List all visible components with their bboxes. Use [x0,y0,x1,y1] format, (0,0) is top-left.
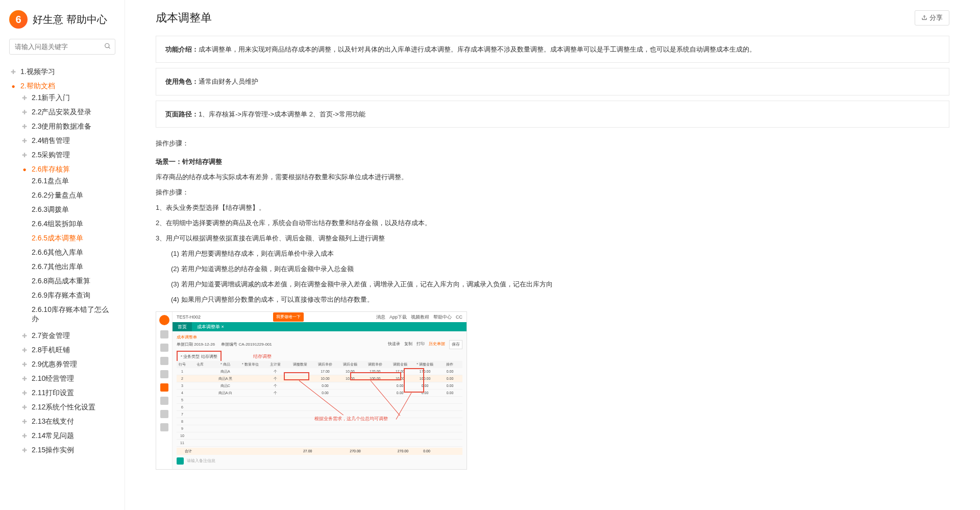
ss-highlight-box [350,372,401,380]
nav-2-3[interactable]: ✚2.3使用前数据准备 [20,122,115,131]
svg-point-0 [105,43,109,47]
nav-2-6-3[interactable]: 2.6.3调拨单 [32,203,115,217]
nav-2-6-2[interactable]: 2.6.2分量盘点单 [32,188,115,203]
ss-action-btn: 我要做啥一下 [273,312,304,322]
plus-icon: ✚ [20,137,29,145]
ss-save: 保存 [449,340,462,349]
steps-header: 操作步骤： [156,186,949,199]
steps-block: 操作步骤： 场景一：针对结存调整 库存商品的结存成本与实际成本有差异，需要根据结… [156,137,949,470]
role-text: 通常由财务人员维护 [199,78,258,85]
nav-2-6-4[interactable]: 2.6.4组装拆卸单 [32,217,115,231]
nav-2-6-6[interactable]: 2.6.6其他入库单 [32,246,115,260]
path-label: 页面路径： [165,110,199,118]
nav-2-13[interactable]: ✚2.13在线支付 [20,417,115,426]
ss-annotation-2: 根据业务需求，这几个位总均可调整 [314,414,388,423]
ss-menu-icon [160,344,168,352]
search-input[interactable] [9,39,115,55]
plus-icon: ✚ [20,123,29,131]
ss-totals-row: 合计 27.00 270.00 270.00 0.00 [177,448,462,455]
nav-2-15[interactable]: ✚2.15操作实例 [20,446,115,455]
embedded-screenshot: TEST-H002 我要做啥一下 消息 App下载 视频教程 帮助中心 CC 首… [156,311,467,470]
logo-row: 6 好生意 帮助中心 [9,10,115,29]
plus-icon: ✚ [20,346,29,354]
ss-note-icon [177,457,184,465]
minus-icon: ● [20,165,29,174]
nav-help-docs[interactable]: ●2.帮助文档 [9,82,115,91]
nav-2-6-10[interactable]: 2.6.10库存账本错了怎么办 [32,303,115,326]
ss-quick: 快速录 [388,340,400,349]
steps-label: 操作步骤： [156,137,949,150]
nav-2-8[interactable]: ✚2.8手机旺铺 [20,346,115,355]
ss-msg: 消息 [376,312,385,322]
step3-2: (2) 若用户知道调整总的结存金额，则在调后金额中录入总金额 [171,262,949,276]
nav-2-7[interactable]: ✚2.7资金管理 [20,331,115,341]
brand-title: 好生意 帮助中心 [33,13,107,27]
nav-2-6-9[interactable]: 2.6.9库存账本查询 [32,288,115,303]
ss-highlight-box [404,368,424,393]
path-text: 1、库存核算->库存管理->成本调整单 2、首页->常用功能 [199,110,365,118]
nav-2-1[interactable]: ✚2.1新手入门 [20,93,115,103]
ss-menu-icon [160,423,168,431]
step1: 1、表头业务类型选择【结存调整】。 [156,201,949,214]
nav-2-6[interactable]: ●2.6库存核算 [20,165,115,174]
nav-2-6-7[interactable]: 2.6.7其他出库单 [32,260,115,274]
nav-2-12[interactable]: ✚2.12系统个性化设置 [20,403,115,412]
ss-print: 打印 [416,340,425,349]
plus-icon: ✚ [20,446,29,454]
ss-tab-home: 首页 [173,322,192,331]
scene1-title: 场景一：针对结存调整 [156,155,949,168]
step2: 2、在明细中选择要调整的商品及仓库，系统会自动带出结存数量和结存金额，以及结存成… [156,216,949,230]
page-title: 成本调整单 [156,10,212,26]
role-label: 使用角色： [165,78,199,85]
nav-tree: ✚1.视频学习 ●2.帮助文档 ✚2.1新手入门 ✚2.2产品安装及登录 ✚2.… [9,65,115,460]
plus-icon: ✚ [20,360,29,369]
nav-2-2[interactable]: ✚2.2产品安装及登录 [20,108,115,117]
ss-highlight-box [284,372,309,380]
ss-menu-icon [160,357,168,365]
intro-box: 功能介绍：成本调整单，用来实现对商品结存成本的调整，以及针对具体的出入库单进行成… [156,36,949,63]
ss-menu-icon [160,330,168,338]
intro-label: 功能介绍： [165,45,199,53]
nav-2-9[interactable]: ✚2.9优惠券管理 [20,360,115,369]
nav-video[interactable]: ✚1.视频学习 [9,67,115,77]
share-icon [921,15,927,21]
ss-video: 视频教程 [411,312,429,322]
ss-menu-icon-active [160,383,168,392]
nav-2-14[interactable]: ✚2.14常见问题 [20,431,115,441]
ss-logo-icon [159,315,169,325]
ss-app: App下载 [389,312,407,322]
nav-2-11[interactable]: ✚2.11打印设置 [20,388,115,398]
plus-icon: ✚ [9,68,17,76]
ss-copy: 复制 [404,340,412,349]
plus-icon: ✚ [20,403,29,411]
nav-2-4[interactable]: ✚2.4销售管理 [20,136,115,145]
search-icon[interactable] [104,42,111,51]
ss-menu-icon [160,410,168,418]
path-box: 页面路径：1、库存核算->库存管理->成本调整单 2、首页->常用功能 [156,101,949,128]
step3-3: (3) 若用户知道要调增或调减的成本差值，则在调整金额中录入差值，调增录入正值，… [171,278,949,291]
plus-icon: ✚ [20,389,29,397]
plus-icon: ✚ [20,151,29,159]
nav-2-6-8[interactable]: 2.6.8商品成本重算 [32,274,115,288]
ss-annotation-1: 结存调整 [253,352,272,361]
step3-4: (4) 如果用户只调整部分数量的成本，可以直接修改带出的结存数量。 [171,293,949,306]
ss-history: 历史单据 [429,340,445,349]
ss-menu-icon [160,397,168,405]
nav-2-5[interactable]: ✚2.5采购管理 [20,151,115,160]
ss-tab-doc: 成本调整单 × [192,322,229,331]
ss-help: 帮助中心 [433,312,452,322]
scene1-desc: 库存商品的结存成本与实际成本有差异，需要根据结存数量和实际单位成本进行调整。 [156,171,949,184]
ss-user: CC [456,312,462,322]
step3-1: (1) 若用户想要调整结存成本，则在调后单价中录入成本 [171,247,949,260]
ss-org: TEST-H002 [177,312,201,322]
share-button[interactable]: 分享 [915,10,949,26]
nav-2-6-1[interactable]: 2.6.1盘点单 [32,174,115,188]
nav-2-6-5[interactable]: 2.6.5成本调整单 [32,231,115,246]
role-box: 使用角色：通常由财务人员维护 [156,68,949,95]
minus-icon: ● [9,82,17,90]
plus-icon: ✚ [20,108,29,116]
nav-2-10[interactable]: ✚2.10经营管理 [20,374,115,383]
ss-footer: 请输入备注信息 [177,457,215,465]
step3: 3、用户可以根据调整依据直接在调后单价、调后金额、调整金额列上进行调整 [156,232,949,245]
main-content: 成本调整单 分享 功能介绍：成本调整单，用来实现对商品结存成本的调整，以及针对具… [125,0,980,510]
